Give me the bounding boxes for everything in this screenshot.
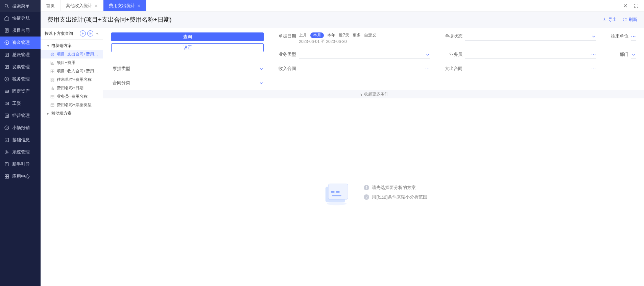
expense-contract-picker[interactable]: ··· [465,65,596,73]
tree-node-label: 项目+费用 [57,60,75,66]
sidebar-item-label: 资金管理 [12,40,30,46]
sidebar-item-salary[interactable]: 工资 [0,97,41,110]
date-opt-custom[interactable]: 自定义 [364,32,376,38]
date-opt-more[interactable]: 更多 [353,32,361,38]
refresh-button[interactable]: 刷新 [622,17,637,23]
tree-group-desktop[interactable]: ▾电脑端方案 [41,42,103,50]
sidebar: 搜索菜单 快捷导航 项目合同 资金管理 总账管理 发票管理 税务管理 固定资产 … [0,0,41,286]
empty-step-2: 2用[过滤]条件来缩小分析范围 [364,194,427,200]
sidebar-item-tax[interactable]: 税务管理 [0,73,41,85]
field-date: 单据日期 上月 本月 本年 近7天 更多 自定义 2023-06-01 至 20… [277,32,430,45]
svg-point-32 [327,202,347,205]
field-expense-contract: 支出合同··· [444,65,596,73]
export-label: 导出 [608,17,617,23]
sidebar-item-biz[interactable]: 经营管理 [0,110,41,122]
step-number: 1 [364,185,369,190]
page-header: 费用支出统计(项目+支出合同+费用名称+日期) 导出 刷新 [41,11,644,28]
tree-node[interactable]: 业务员+费用名称 [41,92,103,101]
ellipsis-icon: ··· [591,52,596,57]
sidebar-item-label: 总账管理 [12,52,30,58]
biztype-select[interactable] [299,51,430,59]
sidebar-item-label: 小畅报销 [12,125,30,131]
collapse-filters-button[interactable]: 收起更多条件 [103,90,644,98]
sidebar-item-label: 固定资产 [12,88,30,94]
sidebar-item-search[interactable]: 搜索菜单 [0,0,41,12]
status-select[interactable] [465,32,596,41]
tab-label: 首页 [46,3,55,9]
sidebar-item-fund[interactable]: 资金管理 [0,37,41,49]
close-icon[interactable]: ✕ [137,3,141,8]
date-opt-7days[interactable]: 近7天 [339,32,349,38]
date-opt-this-month[interactable]: 本月 [310,32,324,38]
contract-cat-select[interactable] [133,79,264,87]
export-button[interactable]: 导出 [602,17,617,23]
close-icon[interactable]: ✕ [94,3,98,8]
svg-rect-27 [51,103,54,106]
scheme-settings-button[interactable] [87,30,93,37]
sidebar-item-system[interactable]: 系统管理 [0,146,41,158]
tree-node[interactable]: 费用名称+票据类型 [41,101,103,109]
date-opt-this-year[interactable]: 本年 [327,32,335,38]
svg-rect-26 [51,95,54,98]
svg-rect-17 [7,177,9,178]
setting-button[interactable]: 设置 [111,43,264,52]
tab-other-income[interactable]: 其他收入统计✕ [61,0,103,11]
field-partner: 往来单位··· [610,32,636,41]
system-icon [4,149,9,155]
field-tickettype: 票据类型 [111,65,264,73]
tab-home[interactable]: 首页 [41,0,61,11]
collapse-label: 收起更多条件 [364,91,388,97]
sidebar-item-reimburse[interactable]: 小畅报销 [0,122,41,134]
date-opt-last-month[interactable]: 上月 [299,32,307,38]
sidebar-item-info[interactable]: 基础信息 [0,134,41,146]
close-all-icon[interactable] [622,2,629,9]
tree-node-label: 费用名称+票据类型 [57,102,92,108]
home-icon [4,16,9,21]
field-contract-cat: 合同分类 [111,79,264,87]
tree-node[interactable]: 项目+收入合同+费用… [41,67,103,75]
tickettype-select[interactable] [133,65,264,73]
query-button[interactable]: 查询 [111,32,264,41]
field-label: 单据状态 [444,32,462,39]
tree-node[interactable]: 费用名称+日期 [41,84,103,92]
target-icon [50,52,55,57]
sidebar-item-invoice[interactable]: 发票管理 [0,61,41,73]
collapse-panel-icon[interactable]: « [95,31,100,36]
dept-select[interactable] [631,51,636,59]
sidebar-item-label: 系统管理 [12,149,30,155]
step-text: 用[过滤]条件来缩小分析范围 [372,194,427,200]
sidebar-item-ledger[interactable]: 总账管理 [0,49,41,61]
tree-group-mobile[interactable]: ▸移动端方案 [41,109,103,118]
income-contract-picker[interactable]: ··· [299,65,430,73]
empty-illustration-icon [320,175,354,209]
field-label: 收入合同 [277,65,296,72]
sidebar-item-asset[interactable]: 固定资产 [0,85,41,97]
svg-point-0 [5,4,8,7]
field-status: 单据状态 [444,32,596,41]
sidebar-item-contract[interactable]: 项目合同 [0,24,41,37]
tree-node[interactable]: 项目+支出合同+费用… [41,50,103,58]
sidebar-item-label: 应用中心 [12,173,30,180]
add-scheme-button[interactable]: + [80,30,86,37]
fullscreen-icon[interactable] [633,2,640,9]
appcenter-icon [4,174,9,179]
tab-expense-stats[interactable]: 费用支出统计✕ [103,0,146,11]
tab-label: 费用支出统计 [109,3,135,9]
asset-icon [4,89,9,94]
sidebar-item-label: 基础信息 [12,137,30,143]
table-icon [50,94,55,99]
chart-icon [50,61,55,65]
partner-picker[interactable]: ··· [631,32,636,41]
grid-icon [50,69,55,74]
svg-rect-7 [5,102,9,105]
sidebar-item-appcenter[interactable]: 应用中心 [0,170,41,183]
chevron-down-icon [591,34,596,39]
chevron-down-icon [425,52,430,57]
contract-icon [4,28,9,33]
sidebar-item-guide[interactable]: 新手引导 [0,158,41,170]
tree-node[interactable]: 项目+费用 [41,58,103,67]
svg-point-18 [90,33,91,34]
tree-node[interactable]: 往来单位+费用名称 [41,75,103,84]
salesman-picker[interactable]: ··· [465,51,596,59]
sidebar-item-quicknav[interactable]: 快捷导航 [0,12,41,24]
